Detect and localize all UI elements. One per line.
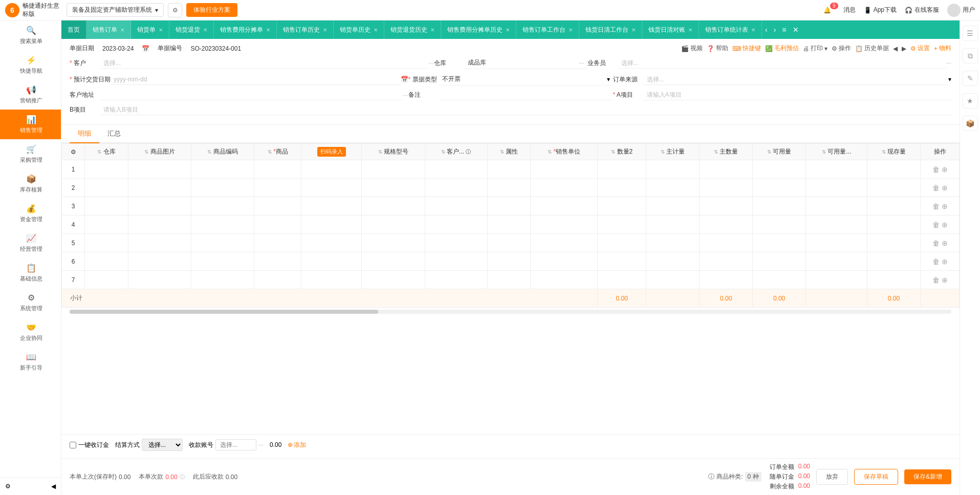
th-code[interactable]: ⇅ 商品编码	[191, 144, 254, 160]
th-spec[interactable]: ⇅ 规格型号	[362, 144, 425, 160]
sidebar-item-marketing[interactable]: 📢 营销推广	[0, 80, 61, 110]
delete-btn-4[interactable]: 🗑	[932, 221, 940, 229]
delete-btn-6[interactable]: 🗑	[932, 257, 940, 266]
tab-close-sales-order[interactable]: ✕	[120, 27, 124, 33]
tab-fee-history[interactable]: 销售费用分摊单历史 ✕	[441, 20, 516, 39]
online-service-btn[interactable]: 🎧 在线客服	[905, 6, 939, 14]
tab-close-sales-goods[interactable]: ✕	[159, 27, 163, 33]
address-dots[interactable]: ···	[403, 92, 408, 99]
settings-form-btn[interactable]: ⚙ 设置	[910, 44, 930, 53]
th-main-qty[interactable]: ⇅ 主数量	[700, 144, 753, 160]
address-input[interactable]	[100, 90, 403, 100]
notification-bell[interactable]: 🔔 9 消息	[823, 6, 856, 14]
calendar-icon[interactable]: 📅	[142, 45, 149, 52]
add-material-btn[interactable]: + 物料	[934, 44, 951, 53]
tab-return-history[interactable]: 销货退货历史 ✕	[384, 20, 441, 39]
tab-close-daily-account[interactable]: ✕	[688, 27, 692, 33]
delete-btn-1[interactable]: 🗑	[932, 165, 940, 174]
th-image[interactable]: ⇅ 商品图片	[128, 144, 191, 160]
staff-dots[interactable]: ···	[946, 59, 951, 67]
th-main-unit[interactable]: ⇅ 主计量	[646, 144, 700, 160]
copy-btn-4[interactable]: ⊕	[942, 221, 948, 229]
tab-daily-workbench[interactable]: 钱货日清工作台 ✕	[579, 20, 642, 39]
th-goods[interactable]: ⇅ *商品	[254, 144, 301, 160]
discard-btn[interactable]: 放弃	[816, 469, 848, 485]
invoice-select[interactable]: 不开票 ▾	[439, 73, 613, 85]
th-attr[interactable]: ⇅ 属性	[487, 144, 531, 160]
tab-close-daily-workbench[interactable]: ✕	[631, 27, 636, 33]
tab-sales-goods[interactable]: 销货单 ✕	[131, 20, 169, 39]
tab-sales-fee[interactable]: 销售费用分摊单 ✕	[214, 20, 277, 39]
help-btn[interactable]: ❓ 帮助	[707, 44, 728, 53]
operation-btn[interactable]: ⚙ 操作	[832, 44, 851, 53]
tab-detail[interactable]: 明细	[70, 125, 99, 143]
a-project-input[interactable]	[644, 90, 952, 100]
sidebar-item-purchase[interactable]: 🛒 采购管理	[0, 139, 61, 169]
copy-btn-5[interactable]: ⊕	[942, 239, 948, 247]
tab-daily-account[interactable]: 钱货日清对账 ✕	[642, 20, 699, 39]
th-scan[interactable]: 扫码录入	[301, 144, 362, 160]
save-new-btn[interactable]: 保存&新增	[904, 469, 951, 484]
sidebar-item-guide[interactable]: 📖 新手引导	[0, 347, 61, 377]
copy-btn-3[interactable]: ⊕	[942, 202, 948, 210]
tab-close-goods-history[interactable]: ✕	[374, 27, 378, 33]
th-settings[interactable]: ⚙	[62, 144, 85, 160]
user-area[interactable]: 用户	[947, 4, 975, 17]
tab-close-all-btn[interactable]: ✕	[790, 20, 802, 39]
b-project-input[interactable]	[100, 104, 951, 115]
tab-home[interactable]: 首页	[61, 20, 86, 39]
system-name-selector[interactable]: 装备及固定资产辅助管理系统 ▾	[67, 3, 164, 17]
tab-prev-btn[interactable]: ‹	[762, 20, 771, 39]
nav-prev-btn[interactable]: ◀	[893, 45, 898, 52]
settings-bottom-icon[interactable]: ⚙	[5, 483, 11, 490]
history-btn[interactable]: 📋 历史单据	[855, 44, 889, 53]
tab-menu-btn[interactable]: ≡	[779, 20, 789, 39]
rp-btn-5[interactable]: 📦	[963, 116, 978, 131]
tab-close-sales-fee[interactable]: ✕	[266, 27, 270, 33]
horizontal-scrollbar[interactable]	[70, 310, 951, 314]
tab-close-order-history[interactable]: ✕	[323, 27, 327, 33]
quick-settle-input[interactable]	[70, 442, 76, 448]
copy-btn-1[interactable]: ⊕	[942, 165, 948, 174]
scrollbar-thumb[interactable]	[70, 310, 378, 314]
delete-btn-7[interactable]: 🗑	[932, 276, 940, 284]
delete-btn-3[interactable]: 🗑	[932, 202, 940, 210]
warehouse-select[interactable]: 成品库 ···	[465, 57, 587, 69]
th-available2[interactable]: ⇅ 可用量...	[806, 144, 867, 160]
rp-btn-1[interactable]: ☰	[963, 26, 978, 41]
customer-dots[interactable]: ···	[428, 59, 433, 67]
order-source-input[interactable]	[644, 74, 949, 85]
settle-method-select[interactable]: 选择...	[142, 439, 183, 451]
sidebar-item-search[interactable]: 🔍 搜索菜单	[0, 20, 61, 50]
sidebar-item-operation[interactable]: 📈 经营管理	[0, 228, 61, 258]
sidebar-item-sales[interactable]: 📊 销售管理	[0, 110, 61, 139]
tab-close-sales-return[interactable]: ✕	[203, 27, 207, 33]
settings-icon[interactable]: ⚙	[168, 3, 182, 17]
delete-btn-5[interactable]: 🗑	[932, 239, 940, 247]
delivery-input[interactable]	[111, 74, 400, 85]
th-current[interactable]: ⇅ 现存量	[867, 144, 921, 160]
add-payment-btn[interactable]: ⊕ 添加	[288, 441, 306, 449]
th-qty2[interactable]: ⇅ 数量2	[598, 144, 646, 160]
delete-btn-2[interactable]: 🗑	[932, 184, 940, 192]
rp-btn-4[interactable]: ★	[963, 93, 978, 109]
staff-input[interactable]	[618, 58, 946, 69]
rp-btn-2[interactable]: ⧉	[963, 48, 978, 63]
remark-input[interactable]	[439, 90, 613, 100]
tab-close-fee-history[interactable]: ✕	[506, 27, 510, 33]
account-input[interactable]	[215, 439, 256, 450]
tab-close-order-workbench[interactable]: ✕	[569, 27, 573, 33]
tab-goods-history[interactable]: 销货单历史 ✕	[334, 20, 384, 39]
sidebar-item-quicknav[interactable]: ⚡ 快捷导航	[0, 50, 61, 80]
tab-close-sales-stats[interactable]: ✕	[751, 27, 755, 33]
tab-sales-order[interactable]: 销售订单 ✕	[86, 20, 131, 39]
tab-sales-return[interactable]: 销货退货 ✕	[169, 20, 214, 39]
sidebar-item-basic[interactable]: 📋 基础信息	[0, 258, 61, 288]
profit-btn[interactable]: 💹 毛利预估	[765, 44, 799, 53]
app-download-btn[interactable]: 📱 App下载	[864, 6, 897, 14]
tab-close-return-history[interactable]: ✕	[430, 27, 434, 33]
sidebar-item-finance[interactable]: 💰 资金管理	[0, 199, 61, 228]
collapse-sidebar-btn[interactable]: ◀	[51, 483, 56, 490]
tab-sales-stats[interactable]: 销售订单统计表 ✕	[699, 20, 762, 39]
customer-input[interactable]	[100, 58, 428, 69]
